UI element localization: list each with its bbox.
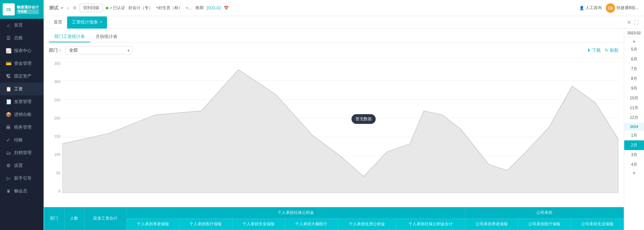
logo-icon: CE bbox=[3, 3, 15, 15]
sidebar: CE 畅捷通好会计 专业版 ⌂ 首页 ☰ 总账 📈 报表中心 💳 资金管理 🏗 … bbox=[0, 0, 44, 230]
subtab-monthly[interactable]: 月份统计表 bbox=[90, 32, 123, 42]
date-nav-up[interactable]: ▲ bbox=[631, 38, 638, 44]
th-company-medical: 公司承担医疗保险 bbox=[518, 219, 571, 230]
status-period-label: 账期 bbox=[196, 5, 204, 11]
status-more: +... bbox=[186, 6, 192, 10]
archive-icon: 🗂 bbox=[5, 150, 11, 155]
assets-icon: 🏗 bbox=[5, 74, 11, 79]
reports-icon: 📈 bbox=[5, 48, 11, 53]
sidebar-item-home[interactable]: ⌂ 首页 bbox=[0, 19, 44, 32]
y-label-150: 150 bbox=[54, 134, 60, 138]
download-icon: ⬇ bbox=[587, 48, 591, 53]
company-name: 测试 bbox=[49, 5, 58, 11]
dept-select-wrap: 全部 销售部 财务部 技术部 行政部 bbox=[65, 46, 132, 54]
th-company-pension: 公司承担养老保险 bbox=[465, 219, 518, 230]
switch-old-btn[interactable]: 切到旧版 bbox=[79, 4, 103, 12]
user-profile[interactable]: CE 轻捷通B组... bbox=[606, 3, 639, 13]
th-dept: 部门 bbox=[44, 207, 64, 230]
y-label-350: 350 bbox=[54, 61, 60, 65]
logo-name: 畅捷通好会计 专业版 bbox=[17, 5, 39, 14]
date-item-12[interactable]: 12月 bbox=[624, 113, 644, 123]
sidebar-item-settings[interactable]: ⚙ 设置 bbox=[0, 159, 44, 172]
salary-table: 部门 人数 应发工资合计 个人承担社保公积金 公司承担 个人承担养老保险 个人承… bbox=[44, 207, 624, 230]
date-item-2024-2[interactable]: 2月 bbox=[624, 140, 644, 150]
date-item-7[interactable]: 7月 bbox=[624, 64, 644, 74]
subtab-dept[interactable]: 部门工资统计表 bbox=[49, 32, 90, 42]
topbar-settings-icon[interactable]: ⚙ bbox=[73, 5, 77, 10]
salary-icon: 📋 bbox=[5, 86, 11, 92]
sidebar-item-archive[interactable]: 🗂 归档管理 bbox=[0, 146, 44, 159]
th-personal-unemployment: 个人承担失业保险 bbox=[232, 219, 285, 230]
sidebar-item-guide[interactable]: ▷ 新手引导 bbox=[0, 172, 44, 185]
th-personal-major-medical: 个人承担大额医疗 bbox=[285, 219, 338, 230]
refresh-icon: ↻ bbox=[605, 48, 608, 53]
date-item-2024-3[interactable]: 3月 bbox=[624, 150, 644, 160]
dept-label: 部门： bbox=[49, 47, 62, 53]
dept-select[interactable]: 全部 销售部 财务部 技术部 行政部 bbox=[65, 46, 132, 54]
chart-svg: 暂无数据 bbox=[62, 61, 619, 193]
tabbar: 首页 工资统计报表 ✕ ✕ ⛶ bbox=[44, 16, 644, 29]
y-label-250: 250 bbox=[54, 98, 60, 102]
toolbar-right: ⬇ 下载 ↻ 刷新 bbox=[587, 47, 619, 53]
date-nav: ▲ bbox=[624, 37, 644, 45]
tab-salary-report[interactable]: 工资统计报表 ✕ bbox=[67, 16, 107, 29]
window-controls: ✕ ⛶ bbox=[627, 19, 639, 26]
topbar-add-icon[interactable]: ＋ bbox=[66, 5, 70, 11]
date-item-11[interactable]: 11月 bbox=[624, 103, 644, 113]
date-panel: 2023.02 ▲ 5月 6月 7月 8月 9月 10月 11月 12月 202… bbox=[624, 29, 644, 230]
date-item-2024-1[interactable]: 1月 bbox=[624, 131, 644, 140]
purchase-icon: 📦 bbox=[5, 112, 11, 117]
date-item-10[interactable]: 10月 bbox=[624, 93, 644, 103]
checkout-icon: ✓ bbox=[5, 137, 11, 143]
sidebar-item-label: 进销台账 bbox=[14, 111, 32, 118]
main-area: 测试 ▾ ＋ ⚙ 切到旧版 ✓已认证 好会计（专） +好生意（标） +... 账… bbox=[44, 0, 644, 230]
chart-container: 350 300 250 200 150 100 50 0 bbox=[49, 61, 619, 203]
sidebar-item-label: 设置 bbox=[14, 163, 23, 169]
th-personal-housing: 个人承担住房公积金 bbox=[338, 219, 396, 230]
sidebar-item-checkout[interactable]: ✓ 结账 bbox=[0, 134, 44, 146]
th-company-unemployment: 公司承担失业保险 bbox=[571, 219, 624, 230]
sidebar-item-label: 固定资产 bbox=[14, 73, 32, 79]
calendar-icon[interactable]: 📅 bbox=[224, 6, 229, 10]
tab-close-icon[interactable]: ✕ bbox=[99, 20, 102, 24]
sidebar-item-ledger[interactable]: ☰ 总账 bbox=[0, 32, 44, 44]
y-axis: 350 300 250 200 150 100 50 0 bbox=[49, 61, 62, 193]
sidebar-item-label: 新手引导 bbox=[14, 175, 32, 181]
date-item-2024-4[interactable]: 4月 bbox=[624, 160, 644, 170]
refresh-btn[interactable]: ↻ 刷新 bbox=[605, 47, 619, 53]
settings-icon: ⚙ bbox=[5, 163, 11, 168]
sidebar-item-tax[interactable]: 🏛 税务管理 bbox=[0, 121, 44, 134]
y-label-200: 200 bbox=[54, 116, 60, 120]
chart-fill-area bbox=[62, 70, 619, 193]
sidebar-item-vip[interactable]: ♛ 畅会员 bbox=[0, 185, 44, 197]
sidebar-item-salary[interactable]: 📋 工资 bbox=[0, 83, 44, 95]
date-item-6[interactable]: 6月 bbox=[624, 54, 644, 64]
th-personal-medical: 个人承担医疗保险 bbox=[179, 219, 232, 230]
sidebar-item-label: 结账 bbox=[14, 137, 23, 143]
y-label-100: 100 bbox=[54, 152, 60, 156]
sidebar-item-funds[interactable]: 💳 资金管理 bbox=[0, 57, 44, 70]
help-btn[interactable]: 👤 人工咨询 bbox=[579, 5, 602, 11]
avatar: CE bbox=[606, 3, 615, 13]
date-item-9[interactable]: 9月 bbox=[624, 84, 644, 93]
chart-area: 350 300 250 200 150 100 50 0 bbox=[44, 58, 624, 206]
maximize-button[interactable]: ⛶ bbox=[634, 20, 639, 25]
content-area: 部门工资统计表 月份统计表 部门： 全部 销售部 财务部 技术部 bbox=[44, 29, 644, 230]
sidebar-item-label: 发票管理 bbox=[14, 99, 32, 105]
sidebar-item-purchase[interactable]: 📦 进销台账 bbox=[0, 108, 44, 121]
sidebar-item-reports[interactable]: 📈 报表中心 bbox=[0, 44, 44, 57]
table-header-row2: 个人承担养老保险 个人承担医疗保险 个人承担失业保险 个人承担大额医疗 个人承担… bbox=[44, 219, 624, 230]
home-icon: ⌂ bbox=[5, 22, 11, 28]
date-item-8[interactable]: 8月 bbox=[624, 74, 644, 84]
close-button[interactable]: ✕ bbox=[627, 19, 631, 26]
date-item-5[interactable]: 5月 bbox=[624, 45, 644, 54]
status-certified: ✓已认证 bbox=[110, 5, 125, 11]
status-product2: +好生意（标） bbox=[156, 5, 182, 11]
date-nav-down[interactable]: ▼ bbox=[631, 170, 638, 176]
sidebar-item-invoice[interactable]: 🧾 发票管理 bbox=[0, 95, 44, 108]
download-btn[interactable]: ⬇ 下载 bbox=[587, 47, 601, 53]
tax-icon: 🏛 bbox=[5, 125, 11, 130]
company-dropdown-icon[interactable]: ▾ bbox=[61, 6, 63, 10]
sidebar-item-assets[interactable]: 🏗 固定资产 bbox=[0, 70, 44, 83]
tab-home[interactable]: 首页 bbox=[49, 16, 67, 29]
